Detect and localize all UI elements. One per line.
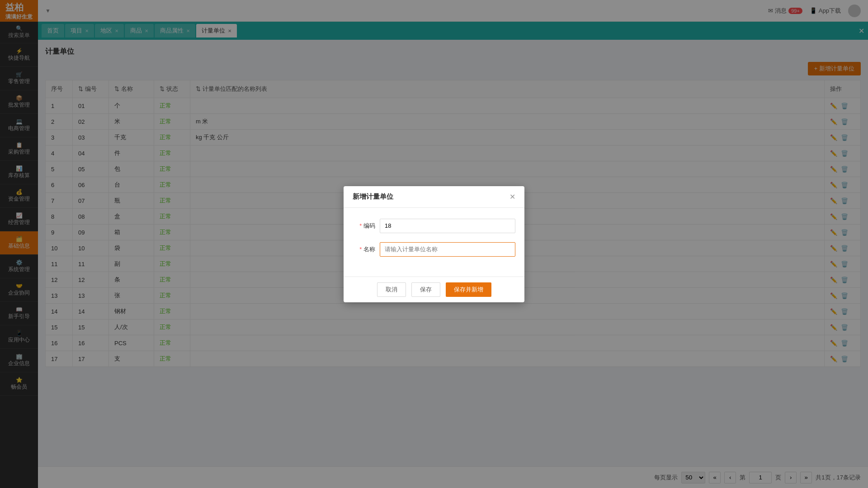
name-label-text: 名称 [363, 246, 375, 253]
code-input[interactable] [380, 219, 515, 233]
modal-body: * 编码 * 名称 [344, 208, 524, 277]
name-field-row: * 名称 [353, 242, 515, 257]
name-input[interactable] [380, 242, 515, 257]
save-and-add-button[interactable]: 保存并新增 [446, 282, 491, 297]
code-required-mark: * [359, 222, 362, 229]
modal-title: 新增计量单位 [353, 192, 393, 201]
modal-overlay: 新增计量单位 ✕ * 编码 * 名称 取消 保存 保存并新增 [0, 0, 868, 488]
code-field-row: * 编码 [353, 219, 515, 233]
name-label: * 名称 [353, 245, 380, 253]
modal-header: 新增计量单位 ✕ [344, 186, 524, 208]
modal-dialog: 新增计量单位 ✕ * 编码 * 名称 取消 保存 保存并新增 [344, 186, 524, 302]
name-required-mark: * [359, 246, 362, 253]
modal-footer: 取消 保存 保存并新增 [344, 277, 524, 302]
code-label-text: 编码 [363, 222, 375, 229]
save-button[interactable]: 保存 [411, 282, 440, 297]
cancel-button[interactable]: 取消 [377, 282, 406, 297]
modal-close-button[interactable]: ✕ [509, 192, 515, 201]
code-label: * 编码 [353, 222, 380, 230]
